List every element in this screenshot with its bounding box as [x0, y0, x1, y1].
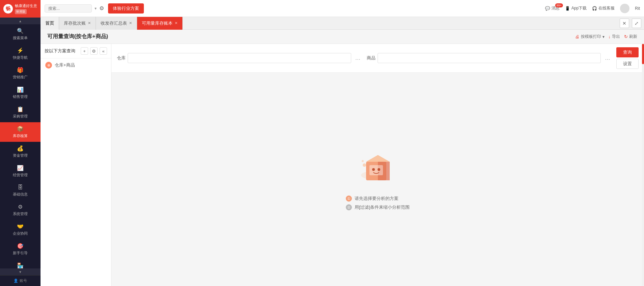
empty-step1: ① 请先选择要分析的方案 — [346, 196, 410, 202]
sidebar-item-quicknav[interactable]: ⚡ 快捷导航 — [0, 44, 41, 63]
refresh-btn[interactable]: ↻ 刷新 — [624, 34, 637, 40]
print-label: 按模板打印 — [581, 34, 601, 40]
topbar: ▾ ⚙ 体验行业方案 💬 消息 99+ 📱 App下载 🎧 在线客服 Rit — [41, 0, 644, 17]
sidebar-item-enterprise[interactable]: 🤝 企业协同 — [0, 220, 41, 239]
warehouse-label: 仓库 — [117, 55, 126, 61]
tab-close-icon[interactable]: ✕ — [129, 21, 132, 25]
online-service-label: 在线客服 — [598, 5, 615, 11]
step1-text: 请先选择要分析的方案 — [355, 196, 398, 202]
sidebar-item-label: 采购管理 — [13, 114, 28, 119]
filter-settings-btn[interactable]: ⚙ — [90, 47, 98, 55]
sidebar-item-label: 资金管理 — [13, 153, 28, 158]
sidebar-item-label: 企业协同 — [13, 231, 28, 236]
sidebar-item-label: 快捷导航 — [13, 55, 28, 60]
right-scrollbar[interactable] — [642, 44, 644, 286]
app-download-btn[interactable]: 📱 App下载 — [565, 5, 587, 11]
sidebar-item-guide[interactable]: 🎯 新手引导 — [0, 239, 41, 259]
user-name: Rit — [635, 6, 640, 11]
enterprise-icon: 🤝 — [17, 223, 24, 230]
tab-label: 收发存汇总表 — [101, 20, 127, 26]
tab-expand-btn[interactable]: ⤢ — [632, 19, 641, 28]
svg-marker-2 — [366, 155, 390, 162]
sidebar-bottom[interactable]: 👤 账号 — [0, 275, 41, 286]
tab-close-icon[interactable]: ✕ — [175, 21, 178, 25]
chevron-down-icon[interactable]: ▾ — [95, 6, 97, 11]
app-title: 畅康通好生意 — [15, 3, 37, 8]
svg-point-8 — [362, 160, 364, 162]
search-input[interactable] — [45, 4, 92, 12]
filter-scheme-icon: ⊕ — [45, 62, 52, 69]
sidebar-item-sales[interactable]: 📊 销售管理 — [0, 83, 41, 103]
export-icon: ↓ — [609, 34, 611, 39]
industry-btn[interactable]: 体验行业方案 — [108, 3, 144, 14]
sidebar-item-appcenter[interactable]: 🏪 应用中心 — [0, 259, 41, 268]
setting-button[interactable]: 设置 — [616, 59, 639, 69]
product-input[interactable] — [378, 53, 601, 63]
sidebar-item-label: 销售管理 — [13, 94, 28, 99]
online-service-btn[interactable]: 🎧 在线客服 — [592, 5, 615, 11]
export-label: 导出 — [612, 34, 620, 40]
step1-number: ① — [346, 196, 352, 202]
filter-add-btn[interactable]: + — [81, 47, 88, 55]
appcenter-icon: 🏪 — [17, 262, 24, 268]
tab-inventory-batch[interactable]: 库存批次账 ✕ — [59, 17, 96, 30]
print-btn[interactable]: 🖨 按模板打印 ▾ — [575, 34, 604, 40]
filter-item-warehouse-product[interactable]: ⊕ 仓库+商品 — [41, 58, 111, 72]
warehouse-more-icon[interactable]: … — [353, 55, 363, 61]
sidebar-scroll-up[interactable]: ▲ — [0, 18, 41, 24]
sidebar-item-label: 系统管理 — [13, 211, 28, 216]
product-more-icon[interactable]: … — [603, 55, 612, 61]
sidebar-item-basic-info[interactable]: 🗄 基础信息 — [0, 181, 41, 200]
sidebar-item-label: 库存核算 — [13, 133, 28, 138]
sidebar-header: 畅 畅康通好生意 标准版 — [0, 0, 41, 18]
sidebar-item-inventory[interactable]: 📦 库存核算 — [0, 122, 41, 142]
page-actions: 🖨 按模板打印 ▾ ↓ 导出 ↻ 刷新 — [575, 34, 638, 40]
purchase-icon: 📋 — [17, 106, 24, 112]
step2-text: 用[过滤]条件来缩小分析范围 — [355, 204, 410, 210]
tab-home[interactable]: 首页 — [41, 17, 59, 30]
message-btn[interactable]: 💬 消息 99+ — [545, 5, 560, 11]
sidebar-item-system[interactable]: ⚙ 系统管理 — [0, 200, 41, 220]
refresh-icon: ↻ — [624, 34, 628, 39]
tab-close-btn[interactable]: ✕ — [620, 19, 629, 28]
filter-collapse-btn[interactable]: « — [100, 47, 107, 55]
user-avatar[interactable] — [620, 4, 629, 13]
query-button[interactable]: 查询 — [616, 47, 639, 57]
warehouse-field: 仓库 … — [117, 53, 363, 63]
app-logo: 畅 — [3, 4, 13, 14]
filter-header: 按以下方案查询 + ⚙ « — [41, 44, 111, 58]
sidebar-item-operations[interactable]: 📈 经营管理 — [0, 161, 41, 181]
empty-state: ① 请先选择要分析的方案 ② 用[过滤]条件来缩小分析范围 — [111, 73, 644, 286]
quicknav-icon: ⚡ — [17, 47, 24, 54]
sidebar-item-search[interactable]: 🔍 搜索菜单 — [0, 24, 41, 44]
tab-label: 首页 — [45, 20, 54, 26]
filter-item-label: 仓库+商品 — [55, 62, 75, 68]
sidebar-scroll-down[interactable]: ▼ — [0, 268, 41, 275]
product-field: 商品 … — [367, 53, 613, 63]
content-area: 按以下方案查询 + ⚙ « ⊕ 仓库+商品 仓库 … — [41, 44, 644, 286]
scrollbar-thumb — [642, 44, 644, 64]
print-chevron-icon: ▾ — [602, 34, 604, 39]
gear-icon[interactable]: ⚙ — [99, 5, 104, 11]
page-title: 可用量查询(按仓库+商品) — [47, 33, 108, 40]
sidebar-item-purchase[interactable]: 📋 采购管理 — [0, 103, 41, 122]
message-icon: 💬 — [545, 6, 550, 11]
warehouse-input[interactable] — [128, 53, 351, 63]
system-icon: ⚙ — [18, 204, 23, 210]
tab-available-stock[interactable]: 可用量库存账本 ✕ — [137, 17, 183, 30]
export-btn[interactable]: ↓ 导出 — [609, 34, 620, 40]
sidebar: 畅 畅康通好生意 标准版 ▲ 🔍 搜索菜单 ⚡ 快捷导航 🎁 营销推广 📊 销售… — [0, 0, 41, 286]
print-icon: 🖨 — [575, 34, 579, 39]
tab-label: 可用量库存账本 — [142, 20, 173, 26]
svg-point-7 — [363, 163, 366, 167]
sidebar-item-label: 搜索菜单 — [13, 35, 28, 41]
tab-stock-summary[interactable]: 收发存汇总表 ✕ — [96, 17, 137, 30]
sidebar-user-label: 账号 — [20, 278, 27, 283]
sidebar-item-label: 新手引导 — [13, 251, 28, 256]
filter-panel: 按以下方案查询 + ⚙ « ⊕ 仓库+商品 — [41, 44, 111, 286]
sidebar-item-marketing[interactable]: 🎁 营销推广 — [0, 63, 41, 83]
topbar-right: 💬 消息 99+ 📱 App下载 🎧 在线客服 Rit — [545, 4, 640, 13]
main-area: ▾ ⚙ 体验行业方案 💬 消息 99+ 📱 App下载 🎧 在线客服 Rit 首… — [41, 0, 644, 286]
tab-close-icon[interactable]: ✕ — [88, 21, 91, 25]
sidebar-item-finance[interactable]: 💰 资金管理 — [0, 142, 41, 161]
